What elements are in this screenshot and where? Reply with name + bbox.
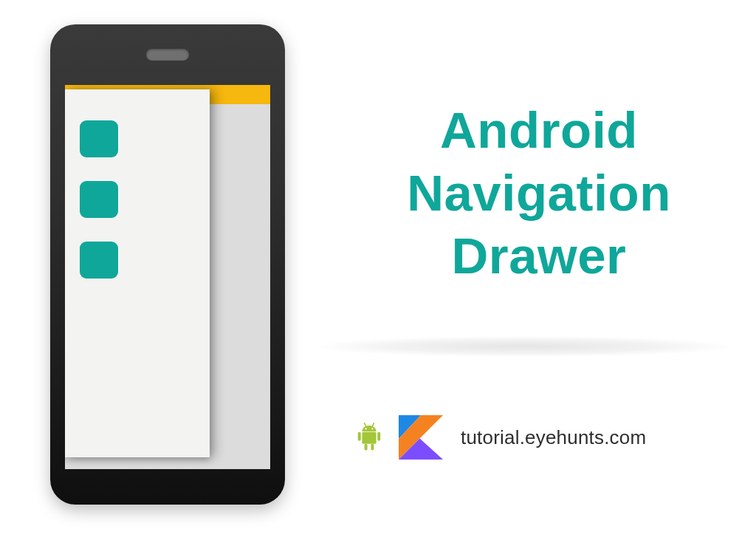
title-line-1: Android <box>440 102 638 159</box>
svg-point-8 <box>371 428 373 429</box>
phone-speaker-slot <box>146 49 189 61</box>
svg-rect-4 <box>377 432 380 441</box>
svg-rect-5 <box>365 444 368 451</box>
android-icon <box>357 423 381 452</box>
svg-rect-2 <box>362 432 376 444</box>
svg-point-7 <box>365 428 366 429</box>
svg-rect-3 <box>358 432 361 441</box>
title-line-2: Navigation <box>407 165 671 222</box>
title-text: Android Navigation Drawer <box>347 100 731 288</box>
drawer-item[interactable] <box>80 120 118 157</box>
kotlin-icon <box>399 415 443 460</box>
phone-screen <box>65 85 270 469</box>
phone-mockup <box>50 24 285 505</box>
drawer-item[interactable] <box>80 181 118 218</box>
navigation-drawer[interactable] <box>65 89 210 457</box>
drawer-item[interactable] <box>80 242 118 279</box>
footer: tutorial.eyehunts.com <box>357 415 646 460</box>
illustration-canvas: Android Navigation Drawer <box>0 0 756 543</box>
svg-rect-6 <box>371 444 374 451</box>
title-line-3: Drawer <box>452 228 627 284</box>
site-url: tutorial.eyehunts.com <box>461 426 646 449</box>
drop-shadow-ellipse <box>317 336 731 357</box>
